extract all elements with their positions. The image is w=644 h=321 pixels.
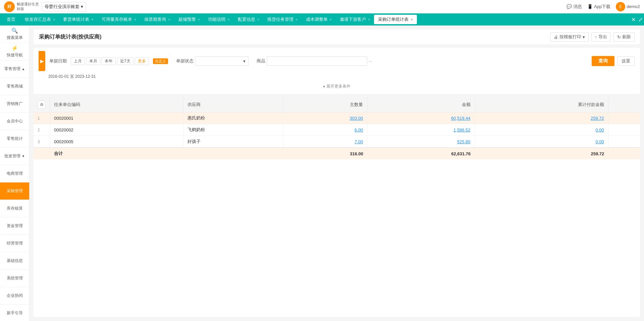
sidebar-item-collab[interactable]: 企业协同: [0, 287, 29, 305]
close-icon[interactable]: ×: [53, 17, 55, 21]
close-icon[interactable]: ×: [257, 17, 259, 21]
cell-amount: 1,586.52: [367, 124, 475, 136]
tab-yaoqingxia[interactable]: 邀请下游客户 ×: [336, 15, 374, 24]
sidebar-item-wholesale[interactable]: 批发管理 ▼: [0, 148, 29, 165]
quicknav-icon: ⚡: [11, 45, 18, 51]
chevron-down-icon: ▼: [22, 154, 25, 158]
close-icon[interactable]: ×: [368, 17, 370, 21]
close-icon[interactable]: ×: [91, 17, 93, 21]
tab-paihuorenwu[interactable]: 拣货任务管理 ×: [263, 15, 302, 24]
goods-more-icon[interactable]: ···: [369, 59, 372, 64]
cell-index: 3: [34, 136, 50, 148]
message-button[interactable]: 💬 消息: [567, 4, 582, 10]
th-empty: [608, 97, 640, 112]
tab-keyong[interactable]: 可用量库存账本 ×: [98, 15, 140, 24]
collapse-filter-button[interactable]: ▶: [39, 51, 45, 71]
chevron-down-icon: ▾: [81, 4, 83, 9]
sidebar-item-marketing[interactable]: 营销推广: [0, 95, 29, 113]
query-button[interactable]: 查询: [592, 56, 614, 66]
tab-baozhi[interactable]: 保质期查询 ×: [140, 15, 174, 24]
filter-row-1: ▶ 单据日期 上月 本月 本年 近7天 更多 自定义 单据状态: [39, 51, 635, 71]
refresh-button[interactable]: ↻ 刷新: [613, 32, 635, 42]
cell-paid: 259.72: [475, 112, 608, 124]
close-icon[interactable]: ×: [411, 17, 413, 21]
tab-shoufayue[interactable]: 收发存汇总表 ×: [21, 15, 59, 24]
table-footer-row: 合计 316.00 62,631.76 259.72: [34, 148, 640, 159]
tab-gongneng[interactable]: 功能说明 ×: [204, 15, 233, 24]
sidebar-item-purchase[interactable]: 采购管理: [0, 182, 29, 200]
expand-more-button[interactable]: ▾ 展开更多条件: [39, 82, 635, 91]
status-select[interactable]: ▾: [195, 56, 249, 66]
goods-label: 商品: [257, 58, 265, 64]
cell-main-qty: 7.00: [283, 136, 367, 148]
avatar-icon: E: [616, 2, 625, 11]
footer-empty-1: [34, 148, 50, 159]
refresh-icon: ↻: [617, 35, 621, 40]
footer-paid: 259.72: [475, 148, 608, 159]
th-unit-code: 往来单位编码: [50, 97, 183, 112]
sidebar-item-quicknav[interactable]: ⚡ 快捷导航: [0, 43, 29, 60]
cell-empty: [608, 136, 640, 148]
date-btn-more[interactable]: 更多: [135, 57, 149, 65]
tab-caigoutongji[interactable]: 采购订单统计表 ×: [374, 15, 417, 24]
tab-peizhi[interactable]: 配置信息 ×: [234, 15, 263, 24]
close-icon[interactable]: ×: [330, 17, 332, 21]
tab-home[interactable]: 首页: [1, 15, 21, 24]
th-settings: ⚙: [34, 97, 50, 112]
close-icon[interactable]: ×: [168, 17, 170, 21]
sidebar-item-newguide[interactable]: 新手引导: [0, 305, 29, 321]
date-btn-this-month[interactable]: 本月: [86, 57, 100, 65]
close-icon[interactable]: ×: [296, 17, 298, 21]
tab-chaochupre[interactable]: 超储预警 ×: [174, 15, 204, 24]
sidebar-item-retailmall[interactable]: 零售商城: [0, 78, 29, 95]
logo-icon: 好: [4, 1, 15, 12]
sidebar-item-finance[interactable]: 资金管理: [0, 217, 29, 235]
footer-label: 合计: [50, 148, 183, 159]
close-icon[interactable]: ×: [198, 17, 200, 21]
cell-amount: 525.80: [367, 136, 475, 148]
workspace-selector[interactable]: 母婴行业演示账套 ▾: [42, 2, 86, 11]
table-header-row: ⚙ 往来单位编码 供应商 主数量 金额 累计付款金额: [34, 97, 640, 112]
sidebar-item-ecommerce[interactable]: 电商管理: [0, 165, 29, 182]
export-button[interactable]: ↑ 导出: [591, 32, 611, 42]
cell-unit-code: 00020005: [50, 136, 183, 148]
sidebar-item-system[interactable]: 系统管理: [0, 270, 29, 287]
sidebar-item-inventory[interactable]: 库存核算: [0, 200, 29, 217]
date-btn-this-year[interactable]: 本年: [102, 57, 116, 65]
message-icon: 💬: [567, 4, 572, 9]
goods-input[interactable]: [267, 56, 367, 66]
sidebar-item-retail[interactable]: 零售管理 ▲: [0, 60, 29, 78]
app-download-button[interactable]: 📱 App下载: [587, 4, 610, 10]
tab-yaohuo[interactable]: 要货单统计表 ×: [59, 15, 97, 24]
printer-icon: 🖨: [554, 35, 558, 40]
th-main-qty: 主数量: [283, 97, 367, 112]
close-icon[interactable]: ×: [227, 17, 229, 21]
column-settings-button[interactable]: ⚙: [38, 101, 46, 109]
tab-chenben[interactable]: 成本调整单 ×: [302, 15, 336, 24]
cell-supplier: 飞鹤奶粉: [183, 124, 283, 136]
nav-expand-icon[interactable]: ⤢: [638, 16, 643, 23]
dropdown-icon: ▾: [243, 59, 246, 64]
cell-supplier: 惠氏奶粉: [183, 112, 283, 124]
user-avatar[interactable]: E demo2: [616, 2, 640, 11]
close-icon[interactable]: ×: [134, 17, 136, 21]
th-supplier: 供应商: [183, 97, 283, 112]
cell-empty: [608, 124, 640, 136]
print-button[interactable]: 🖨 按模板打印 ▾: [550, 32, 589, 42]
custom-date-badge[interactable]: 自定义: [153, 58, 168, 64]
chevron-down-icon: ▾: [323, 84, 325, 89]
sidebar-item-retailstat[interactable]: 零售统计: [0, 130, 29, 148]
sidebar-item-search[interactable]: 🔍 搜索菜单: [0, 25, 29, 43]
date-btn-last-month[interactable]: 上月: [71, 57, 85, 65]
settings-button[interactable]: 设置: [617, 56, 635, 66]
nav-close-icon[interactable]: ✕: [631, 16, 636, 23]
chevron-up-icon: ▲: [22, 67, 25, 71]
sidebar-item-operations[interactable]: 经营管理: [0, 235, 29, 252]
sidebar-item-member[interactable]: 会员中心: [0, 113, 29, 130]
page-title: 采购订单统计表(按供应商): [39, 34, 102, 41]
search-icon: 🔍: [11, 28, 18, 34]
date-btn-7days[interactable]: 近7天: [117, 57, 133, 65]
table-body: 1 00020001 惠氏奶粉 303.00 60,519.44 259.72 …: [34, 112, 640, 148]
sidebar-item-basic[interactable]: 基础信息: [0, 252, 29, 270]
cell-main-qty: 6.00: [283, 124, 367, 136]
